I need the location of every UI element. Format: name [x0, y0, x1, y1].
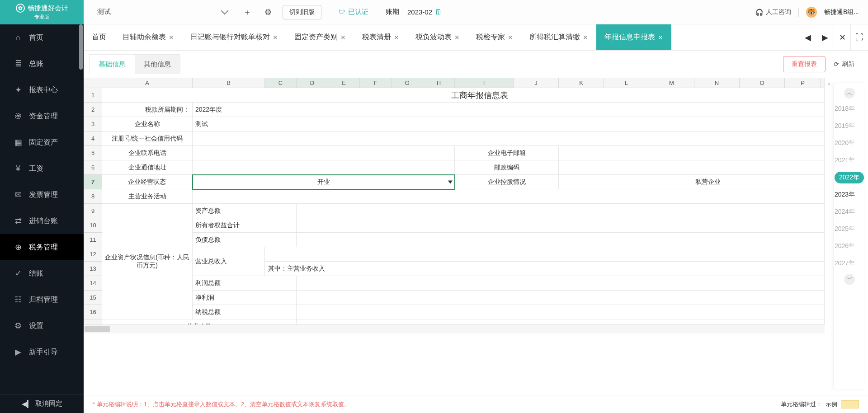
sidebar-item-11[interactable]: ⚙设置	[0, 313, 84, 339]
row-header[interactable]: 7	[84, 175, 102, 189]
year-2021年[interactable]: 2021年	[835, 152, 864, 169]
tab-scroll-left[interactable]: ◀	[799, 24, 816, 50]
avatar[interactable]: 🐯	[806, 7, 817, 18]
close-icon[interactable]: ✕	[583, 34, 588, 41]
value-profit[interactable]	[297, 276, 825, 291]
col-header-A[interactable]: A	[102, 78, 193, 88]
collapse-year-panel[interactable]: «	[825, 78, 834, 395]
year-2026年[interactable]: 2026年	[835, 238, 864, 255]
gear-icon[interactable]: ⚙	[262, 6, 274, 19]
col-header-O[interactable]: O	[740, 78, 785, 88]
value-total-assets[interactable]	[297, 204, 825, 218]
close-icon[interactable]: ✕	[658, 34, 663, 41]
value-tax[interactable]	[297, 305, 825, 319]
row-header[interactable]: 17	[84, 319, 102, 325]
row-header[interactable]: 12	[84, 247, 102, 262]
year-up-icon[interactable]: ︿	[844, 88, 855, 99]
row-header[interactable]: 14	[84, 276, 102, 291]
row-header[interactable]: 2	[84, 103, 102, 117]
value-net-profit[interactable]	[297, 291, 825, 305]
add-icon[interactable]: ＋	[241, 6, 254, 19]
value-employees[interactable]: 0	[297, 319, 825, 325]
sidebar-item-10[interactable]: ☷归档管理	[0, 286, 84, 313]
row-header[interactable]: 5	[84, 146, 102, 160]
sidebar-item-8[interactable]: ⊕税务管理	[0, 234, 84, 260]
year-down-icon[interactable]: ﹀	[844, 274, 855, 285]
col-header-Q[interactable]: Q	[821, 78, 825, 88]
year-2022年[interactable]: 2022年	[835, 172, 864, 183]
close-icon[interactable]: ✕	[394, 34, 399, 41]
refresh-button[interactable]: ⟳ 刷新	[834, 60, 854, 68]
value-main-biz[interactable]	[193, 189, 825, 204]
tab-scroll-right[interactable]: ▶	[816, 24, 834, 50]
select-all-cell[interactable]	[84, 78, 102, 88]
col-header-K[interactable]: K	[559, 78, 604, 88]
col-header-F[interactable]: F	[360, 78, 392, 88]
value-address[interactable]	[193, 160, 455, 175]
row-header[interactable]: 16	[84, 305, 102, 319]
close-icon[interactable]: ✕	[169, 34, 174, 41]
tab-5[interactable]: 税负波动表✕	[407, 24, 468, 50]
tab-8[interactable]: 年报信息申报表✕	[596, 24, 671, 50]
sidebar-item-2[interactable]: ✦报表中心	[0, 77, 84, 103]
value-zip[interactable]	[559, 160, 825, 175]
year-2018年[interactable]: 2018年	[835, 100, 864, 117]
tab-6[interactable]: 税检专家✕	[468, 24, 521, 50]
spreadsheet[interactable]: ABCDEFGHIJKLMNOPQ 1工商年报信息表 2税款所属期间：2022年…	[84, 78, 825, 395]
sidebar-scrollbar[interactable]	[79, 24, 83, 70]
row-header[interactable]: 15	[84, 291, 102, 305]
value-company-name[interactable]: 测试	[193, 117, 825, 131]
close-icon[interactable]: ✕	[273, 34, 278, 41]
year-2024年[interactable]: 2024年	[835, 203, 864, 221]
user-name[interactable]: 畅捷通B组...	[824, 8, 859, 16]
row-header[interactable]: 9	[84, 204, 102, 218]
row-header[interactable]: 10	[84, 218, 102, 233]
year-2019年[interactable]: 2019年	[835, 117, 864, 135]
row-header[interactable]: 11	[84, 233, 102, 247]
tab-0[interactable]: 首页	[84, 24, 114, 50]
row-header[interactable]: 8	[84, 189, 102, 204]
col-header-N[interactable]: N	[694, 78, 740, 88]
tab-7[interactable]: 所得税汇算清缴✕	[521, 24, 596, 50]
year-2023年[interactable]: 2023年	[835, 186, 864, 203]
row-header[interactable]: 4	[84, 131, 102, 146]
value-email[interactable]	[559, 146, 825, 160]
reset-report-button[interactable]: 重置报表	[783, 56, 826, 72]
col-header-C[interactable]: C	[265, 78, 297, 88]
period-picker[interactable]: 2023-02 🗓	[407, 6, 442, 18]
col-header-H[interactable]: H	[423, 78, 455, 88]
col-header-M[interactable]: M	[649, 78, 694, 88]
fullscreen-icon[interactable]: ⛶	[851, 24, 868, 50]
old-version-button[interactable]: 切到旧版	[283, 5, 321, 19]
tab-4[interactable]: 税表清册✕	[354, 24, 407, 50]
row-header[interactable]: 6	[84, 160, 102, 175]
sidebar-item-1[interactable]: ≣总账	[0, 51, 84, 77]
sidebar-item-0[interactable]: ⌂首页	[0, 24, 84, 51]
value-main-revenue[interactable]	[328, 262, 825, 276]
row-header[interactable]: 13	[84, 262, 102, 276]
sidebar-item-9[interactable]: ✓结账	[0, 260, 84, 286]
col-header-I[interactable]: I	[455, 78, 514, 88]
value-liabilities[interactable]	[297, 233, 825, 247]
tab-2[interactable]: 日记账与银行对账单核对✕	[182, 24, 286, 50]
row-header[interactable]: 3	[84, 117, 102, 131]
tab-3[interactable]: 固定资产类别✕	[286, 24, 354, 50]
value-phone[interactable]	[193, 146, 455, 160]
row-header[interactable]: 1	[84, 88, 102, 103]
year-2027年[interactable]: 2027年	[835, 255, 864, 272]
inner-tab-0[interactable]: 基础信息	[90, 55, 135, 74]
close-icon[interactable]: ✕	[454, 34, 460, 41]
sidebar-item-7[interactable]: ⇄进销台账	[0, 208, 84, 234]
sidebar-item-5[interactable]: ¥工资	[0, 155, 84, 182]
sidebar-item-4[interactable]: ▦固定资产	[0, 129, 84, 155]
sidebar-item-6[interactable]: ✉发票管理	[0, 182, 84, 208]
value-owner-equity[interactable]	[297, 218, 825, 233]
tab-close-all[interactable]: ✕	[834, 24, 851, 50]
status-dropdown[interactable]: 开业	[193, 175, 455, 189]
col-header-L[interactable]: L	[604, 78, 649, 88]
col-header-J[interactable]: J	[514, 78, 559, 88]
close-icon[interactable]: ✕	[508, 34, 513, 41]
horizontal-scrollbar[interactable]	[84, 324, 825, 333]
tab-1[interactable]: 目辅助余额表✕	[114, 24, 182, 50]
sidebar-item-3[interactable]: ֍资金管理	[0, 103, 84, 129]
